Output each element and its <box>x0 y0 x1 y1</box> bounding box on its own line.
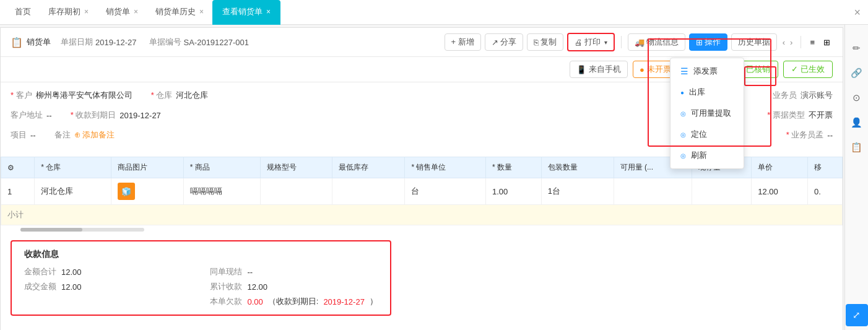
due-date: 2019-12-27 <box>323 297 365 306</box>
same-order-row: 同单现结 -- <box>210 266 377 277</box>
col-product: * 商品 <box>183 157 260 178</box>
sidebar-edit-icon[interactable]: ✏ <box>846 37 868 59</box>
cell-image: 🧊 <box>111 178 183 205</box>
tab-close-sales-order[interactable]: × <box>134 7 138 16</box>
address-field: 客户地址 -- <box>11 110 52 121</box>
tab-view-sales[interactable]: 查看销货单 × <box>212 0 280 25</box>
col-pack-qty: 包装数量 <box>541 157 614 178</box>
logistics-button[interactable]: 🚚 物流信息 <box>628 33 685 51</box>
cumulative-row: 累计收款 12.00 <box>210 281 377 292</box>
tab-close-stock-init[interactable]: × <box>84 7 89 16</box>
staff2-value: -- <box>827 131 833 140</box>
from-phone-button[interactable]: 📱 来自手机 <box>570 61 628 78</box>
tab-home[interactable]: 首页 <box>6 0 40 25</box>
operations-button[interactable]: ⊞ 操作 <box>689 33 727 51</box>
phone-icon: 📱 <box>576 65 586 74</box>
logistics-icon: 🚚 <box>635 38 644 47</box>
dropdown-refresh[interactable]: ◎ 刷新 <box>671 145 744 166</box>
share-button[interactable]: ↗ 分享 <box>485 33 523 51</box>
col-warehouse: * 仓库 <box>35 157 111 178</box>
warehouse-field: 仓库 河北仓库 <box>151 90 209 101</box>
ticket-type-value: 不开票 <box>809 110 833 121</box>
sidebar-link-icon[interactable]: 🔗 <box>846 62 868 84</box>
copy-icon: ⎘ <box>534 38 539 47</box>
transaction-row: 成交金额 12.00 <box>24 281 191 292</box>
nav-next-button[interactable]: › <box>788 38 794 47</box>
doc-date-value: 2019-12-27 <box>95 38 137 47</box>
dropdown-add-invoice[interactable]: ☰ 添发票 <box>671 61 744 82</box>
tab-sales-history[interactable]: 销货单历史 × <box>147 0 212 25</box>
effect-button[interactable]: ✓ 已生效 <box>783 61 833 78</box>
tab-sales-order[interactable]: 销货单 × <box>97 0 147 25</box>
cell-price: 12.00 <box>752 178 808 205</box>
tab-close-view-sales[interactable]: × <box>266 7 271 16</box>
col-settings: ⚙ <box>1 157 35 178</box>
print-button[interactable]: 🖨 打印 ▾ <box>567 33 615 51</box>
dropdown-available-qty[interactable]: ◎ 可用量提取 <box>671 103 744 124</box>
sidebar-list-icon[interactable]: 📋 <box>846 136 868 158</box>
right-sidebar: ✏ 🔗 ⊙ 👤 📋 ⤢ <box>844 25 868 330</box>
tab-stock-init[interactable]: 库存期初 × <box>40 0 97 25</box>
warehouse-label: 仓库 <box>151 90 173 101</box>
tab-close-sales-history[interactable]: × <box>199 7 204 16</box>
same-order-value: -- <box>247 267 253 277</box>
sidebar-eye-icon[interactable]: ⊙ <box>846 87 868 109</box>
col-spec: 规格型号 <box>260 157 332 178</box>
payment-date-field: 收款到期日 2019-12-27 <box>71 110 161 121</box>
due-note2: ） <box>370 296 378 307</box>
copy-button[interactable]: ⎘ 复制 <box>527 33 563 51</box>
sidebar-user-icon[interactable]: 👤 <box>846 111 868 134</box>
add-invoice-icon: ☰ <box>680 66 688 76</box>
col-more: 移 <box>807 157 842 178</box>
tab-bar: 首页 库存期初 × 销货单 × 销货单历史 × 查看销货单 × × <box>0 0 868 25</box>
subtotal-row: 小计 <box>1 205 843 225</box>
payment-info-box: 收款信息 金额合计 12.00 同单现结 -- 成交金额 12.00 <box>11 240 391 316</box>
new-button[interactable]: + 新增 <box>445 33 481 51</box>
sidebar-expand-icon[interactable]: ⤢ <box>846 304 868 326</box>
horizontal-scrollbar[interactable] <box>20 228 144 232</box>
operations-dropdown: ☰ 添发票 ● 出库 ◎ 可用量提取 ◎ 定位 ◎ 刷新 <box>670 58 744 169</box>
due-row: 本单欠款 0.00 （收款到期日: 2019-12-27 ） <box>210 296 377 307</box>
payment-info-grid: 金额合计 12.00 同单现结 -- 成交金额 12.00 累计收款 12.00 <box>24 266 378 307</box>
same-order-label: 同单现结 <box>210 266 242 277</box>
staff-field: 业务员 演示账号 <box>773 90 833 101</box>
toolbar: + 新增 ↗ 分享 ⎘ 复制 🖨 打印 ▾ 🚚 物流信息 <box>445 33 833 51</box>
cell-current <box>692 178 752 205</box>
scroll-thumb <box>20 228 82 232</box>
cell-min-stock <box>332 178 405 205</box>
col-price: 单价 <box>752 157 808 178</box>
view-grid-button[interactable]: ⊞ <box>821 37 833 48</box>
col-min-stock: 最低库存 <box>332 157 405 178</box>
cumulative-value: 12.00 <box>247 282 267 292</box>
history-button[interactable]: 历史单据 <box>731 33 777 51</box>
cumulative-label: 累计收款 <box>210 281 242 292</box>
add-note-button[interactable]: ⊕ 添加备注 <box>74 129 115 141</box>
dropdown-locate[interactable]: ◎ 定位 <box>671 124 744 145</box>
transaction-label: 成交金额 <box>24 281 56 292</box>
transaction-value: 12.00 <box>61 282 82 292</box>
doc-date-field: 单据日期 2019-12-27 <box>61 37 137 48</box>
tab-nav-arrows: ‹ › <box>781 38 795 47</box>
project-field: 项目 -- <box>11 129 36 141</box>
due-note: （收款到期日: <box>268 296 319 307</box>
cell-unit: 台 <box>405 178 486 205</box>
total-label: 金额合计 <box>24 266 56 277</box>
available-qty-icon: ◎ <box>680 110 686 117</box>
payment-date-label: 收款到期日 <box>71 110 116 121</box>
close-x-button[interactable]: × <box>854 6 861 19</box>
project-value: -- <box>30 131 36 140</box>
note-label: 备注 <box>54 129 71 141</box>
outbound-icon: ● <box>680 89 684 96</box>
ticket-type-field: 票据类型 不开票 <box>767 110 833 121</box>
print-dropdown-arrow: ▾ <box>604 39 607 46</box>
nav-prev-button[interactable]: ‹ <box>781 38 787 47</box>
note-field: 备注 ⊕ 添加备注 <box>54 129 115 141</box>
dropdown-outbound[interactable]: ● 出库 <box>671 82 744 103</box>
doc-icon: 📋 <box>11 37 23 48</box>
ticket-type-label: 票据类型 <box>767 110 805 121</box>
share-icon: ↗ <box>492 38 498 47</box>
document-header: 📋 销货单 单据日期 2019-12-27 单据编号 SA-20191227-0… <box>1 28 843 57</box>
view-list-button[interactable]: ≡ <box>807 37 817 48</box>
doc-number-field: 单据编号 SA-20191227-001 <box>149 37 250 48</box>
col-quantity: * 数量 <box>485 157 541 178</box>
